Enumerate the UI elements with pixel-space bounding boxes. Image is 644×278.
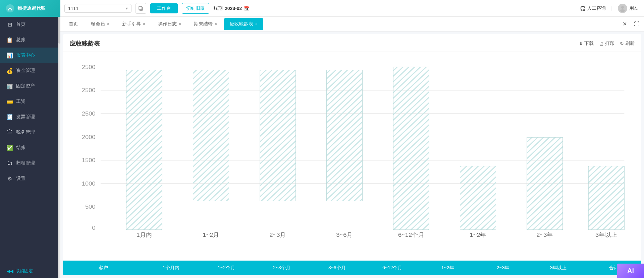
invoice-icon: 🧾 <box>7 114 13 120</box>
tab-label-home: 首页 <box>69 21 78 27</box>
svg-text:1~2月: 1~2月 <box>203 232 219 238</box>
tab-guide[interactable]: 新手引导× <box>116 18 151 30</box>
sidebar-label-home: 首页 <box>16 21 25 27</box>
sidebar-label-salary: 工资 <box>16 98 25 105</box>
home-icon: ⊞ <box>7 21 13 27</box>
sidebar-item-home[interactable]: ⊞ 首页 <box>0 17 60 32</box>
sidebar-item-archive[interactable]: 🗂 归档管理 <box>0 155 60 171</box>
print-button[interactable]: 🖨 打印 <box>599 41 614 47</box>
svg-text:2500: 2500 <box>82 87 96 93</box>
sidebar-item-settings[interactable]: ⚙ 设置 <box>0 171 60 186</box>
tab-oplog[interactable]: 操作日志× <box>152 18 187 30</box>
sidebar-item-reports[interactable]: 📊 报表中心 <box>0 48 60 63</box>
svg-rect-2 <box>139 6 142 10</box>
svg-rect-33 <box>527 137 563 230</box>
download-icon: ⬇ <box>579 41 583 46</box>
th-3年以上: 3年以上 <box>531 265 586 271</box>
page-content: 应收账龄表 ⬇ 下载 🖨 打印 ↻ 刷新 <box>63 34 641 275</box>
archive-icon: 🗂 <box>7 160 13 166</box>
page-header: 应收账龄表 ⬇ 下载 🖨 打印 ↻ 刷新 <box>63 34 641 52</box>
refresh-button[interactable]: ↻ 刷新 <box>620 41 635 47</box>
scrollbar[interactable] <box>58 17 60 278</box>
print-label: 打印 <box>605 41 614 47</box>
divider: | <box>611 6 612 11</box>
cancel-pin-label: 取消固定 <box>15 268 33 274</box>
ai-badge[interactable]: Ai <box>617 264 644 278</box>
download-label: 下载 <box>584 41 594 47</box>
expand-button[interactable]: ⛶ <box>632 19 641 29</box>
th-2~3个月: 2~3个月 <box>254 265 309 271</box>
svg-text:500: 500 <box>85 204 96 210</box>
th-2~3年: 2~3年 <box>475 265 531 271</box>
sidebar-item-invoice[interactable]: 🧾 发票管理 <box>0 109 60 125</box>
sidebar-item-salary[interactable]: 💳 工资 <box>0 94 60 109</box>
svg-rect-31 <box>460 166 496 230</box>
tab-member[interactable]: 畅会员× <box>85 18 115 30</box>
tab-ar-aging[interactable]: 应收账龄表× <box>224 18 263 30</box>
sidebar-label-assets: 固定资产 <box>16 83 35 89</box>
sidebar-item-assets[interactable]: 🏢 固定资产 <box>0 78 60 94</box>
close-all-tabs-button[interactable]: ✕ <box>620 19 629 29</box>
logo-text: 畅捷通易代账 <box>17 5 46 11</box>
sidebar-label-reports: 报表中心 <box>16 52 35 58</box>
svg-text:3年以上: 3年以上 <box>595 232 618 238</box>
logo-icon <box>5 4 15 13</box>
svg-point-3 <box>621 6 624 9</box>
sidebar-item-tax[interactable]: 🏛 税务管理 <box>0 125 60 140</box>
svg-text:1月内: 1月内 <box>136 232 152 238</box>
salary-icon: 💳 <box>7 98 13 105</box>
sidebar-label-checkout: 结账 <box>16 145 25 151</box>
svg-text:3~6月: 3~6月 <box>336 232 353 238</box>
svg-rect-27 <box>326 70 362 201</box>
svg-rect-35 <box>588 166 624 230</box>
svg-text:2500: 2500 <box>82 64 96 70</box>
content-area: 首页畅会员×新手引导×操作日志×期末结转×应收账龄表× ✕ ⛶ 应收账龄表 ⬇ … <box>60 17 644 278</box>
tab-label-period-close: 期末结转 <box>194 21 213 27</box>
calendar-icon[interactable]: 📅 <box>244 6 250 11</box>
sidebar-item-checkout[interactable]: ✅ 结账 <box>0 140 60 155</box>
tab-label-member: 畅会员 <box>91 21 105 27</box>
switch-version-button[interactable]: 切到旧版 <box>182 3 209 14</box>
sidebar-label-ledger: 总账 <box>16 37 25 43</box>
tab-home[interactable]: 首页 <box>63 18 84 30</box>
sidebar-item-ledger[interactable]: 📋 总账 <box>0 32 60 48</box>
svg-rect-21 <box>126 70 162 230</box>
svg-text:1500: 1500 <box>82 157 96 163</box>
tab-close-oplog[interactable]: × <box>179 22 181 26</box>
th-1~2年: 1~2年 <box>420 265 475 271</box>
page-title: 应收账龄表 <box>70 40 100 48</box>
th-1~2个月: 1~2个月 <box>199 265 254 271</box>
sidebar-item-funds[interactable]: 💰 资金管理 <box>0 63 60 78</box>
sidebar-label-funds: 资金管理 <box>16 68 35 74</box>
consult-button[interactable]: 🎧 人工咨询 <box>580 5 606 11</box>
user-area[interactable]: 用友 <box>618 4 639 13</box>
tab-period-close[interactable]: 期末结转× <box>188 18 223 30</box>
ledger-icon: 📋 <box>7 37 13 43</box>
download-button[interactable]: ⬇ 下载 <box>579 41 594 47</box>
svg-text:2~3年: 2~3年 <box>536 232 553 238</box>
avatar <box>618 4 627 13</box>
period-label: 账期 <box>213 5 223 11</box>
page-actions: ⬇ 下载 🖨 打印 ↻ 刷新 <box>579 41 635 47</box>
svg-rect-23 <box>193 70 229 201</box>
copy-button[interactable] <box>136 3 146 14</box>
tab-close-period-close[interactable]: × <box>215 22 217 26</box>
th-6~12个月: 6~12个月 <box>365 265 420 271</box>
sidebar-label-invoice: 发票管理 <box>16 114 35 120</box>
tab-label-ar-aging: 应收账龄表 <box>230 21 253 27</box>
reports-icon: 📊 <box>7 52 13 58</box>
company-name: 1111 <box>68 6 124 11</box>
workbench-button[interactable]: 工作台 <box>150 3 178 13</box>
sidebar-label-tax: 税务管理 <box>16 129 35 135</box>
funds-icon: 💰 <box>7 68 13 74</box>
svg-rect-29 <box>393 67 429 230</box>
tab-close-ar-aging[interactable]: × <box>255 22 258 26</box>
pin-icon: ◀◀ <box>7 269 13 274</box>
tab-close-guide[interactable]: × <box>143 22 145 26</box>
header-right: 🎧 人工咨询 | 用友 <box>580 4 639 13</box>
company-selector[interactable]: 1111 ▾ <box>64 4 131 13</box>
svg-text:1~2年: 1~2年 <box>470 232 486 238</box>
sidebar: ⊞ 首页📋 总账📊 报表中心💰 资金管理🏢 固定资产💳 工资🧾 发票管理🏛 税务… <box>0 17 60 278</box>
tab-close-member[interactable]: × <box>107 22 109 26</box>
cancel-pin-button[interactable]: ◀◀ 取消固定 <box>0 264 60 278</box>
